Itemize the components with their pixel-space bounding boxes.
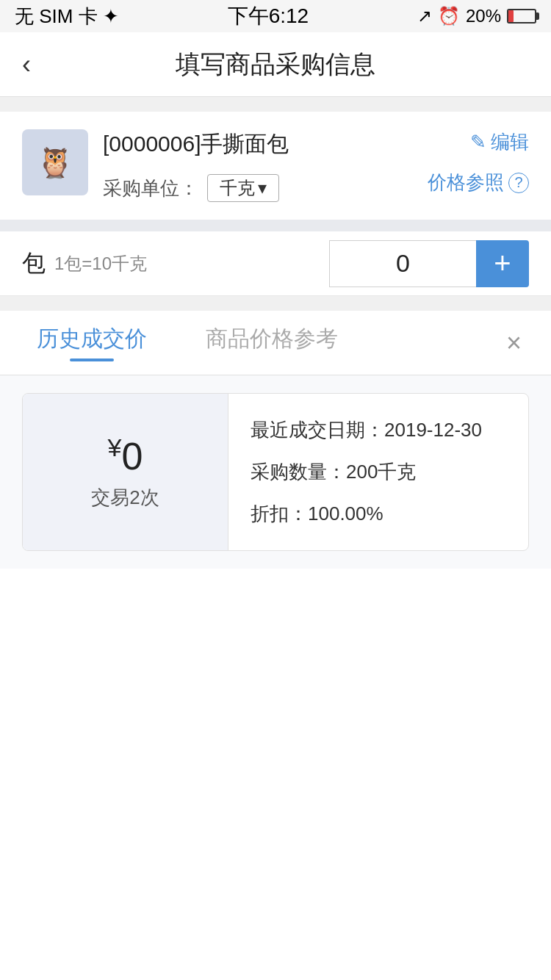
product-name: [0000006]手撕面包	[103, 129, 289, 159]
edit-icon: ✎	[470, 131, 486, 154]
tabs-close-button[interactable]: ×	[499, 320, 529, 366]
price-ref-label: 价格参照	[428, 170, 504, 195]
card-trade-count: 交易2次	[91, 485, 159, 511]
tab-price-ref-label: 商品价格参考	[206, 324, 338, 354]
quantity-unit-char: 包	[22, 248, 46, 280]
location-icon: ↗	[417, 6, 432, 26]
recent-date-row: 最近成交日期：2019-12-30	[251, 416, 506, 444]
page-title: 填写商品采购信息	[176, 48, 375, 82]
discount-row: 折扣：100.00%	[251, 500, 506, 528]
quantity-label-group: 包 1包=10千克	[22, 248, 147, 280]
card-container: ¥0 交易2次 最近成交日期：2019-12-30 采购数量：200千克 折扣：…	[0, 375, 551, 569]
currency-symbol: ¥	[108, 433, 122, 461]
card-left: ¥0 交易2次	[23, 394, 228, 550]
product-section: 🦉 [0000006]手撕面包 采购单位： 千克 ▾ ✎ 编辑 价格参照	[0, 112, 551, 220]
tab-price-ref-underline	[250, 359, 294, 361]
quantity-unit-sub: 1包=10千克	[54, 252, 147, 275]
product-info: [0000006]手撕面包 采购单位： 千克 ▾	[103, 129, 289, 202]
purchase-quantity-row: 采购数量：200千克	[251, 458, 506, 486]
quantity-controls: 0 +	[329, 240, 529, 287]
purchase-quantity-label: 采购数量：	[251, 461, 346, 483]
battery-percent: 20%	[466, 6, 501, 26]
quantity-input[interactable]: 0	[329, 240, 476, 287]
quantity-value: 0	[396, 249, 410, 278]
status-time: 下午6:12	[228, 2, 309, 30]
quantity-plus-button[interactable]: +	[476, 240, 529, 287]
status-right: ↗ ⏰ 20%	[417, 6, 536, 26]
nav-bar: ‹ 填写商品采购信息	[0, 32, 551, 97]
purchase-quantity-value: 200千克	[346, 461, 416, 483]
tab-history-underline	[70, 359, 114, 361]
card-right: 最近成交日期：2019-12-30 采购数量：200千克 折扣：100.00%	[228, 394, 528, 550]
edit-label: 编辑	[491, 129, 529, 155]
product-right: ✎ 编辑 价格参照 ?	[428, 129, 529, 195]
tabs-header: 历史成交价 商品价格参考 ×	[0, 311, 551, 375]
alarm-icon: ⏰	[438, 6, 460, 26]
tab-history-label: 历史成交价	[37, 324, 147, 354]
status-bar: 无 SIM 卡 ✦ 下午6:12 ↗ ⏰ 20%	[0, 0, 551, 32]
unit-selector[interactable]: 千克 ▾	[207, 174, 279, 202]
tabs-section: 历史成交价 商品价格参考 × ¥0 交易2次 最近成交日期：2019-12-30	[0, 311, 551, 569]
recent-date-label: 最近成交日期：	[251, 419, 384, 441]
section-divider	[0, 220, 551, 231]
help-icon: ?	[508, 173, 529, 193]
unit-value: 千克	[220, 176, 255, 200]
unit-label: 采购单位：	[103, 176, 198, 201]
back-button[interactable]: ‹	[22, 51, 31, 78]
price-value: 0	[122, 436, 143, 478]
discount-label: 折扣：	[251, 502, 308, 525]
discount-value: 100.00%	[308, 502, 383, 525]
recent-date-value: 2019-12-30	[384, 419, 482, 441]
bottom-area	[0, 569, 551, 980]
card-price-display: ¥0	[108, 433, 143, 478]
edit-button[interactable]: ✎ 编辑	[470, 129, 529, 155]
dropdown-icon: ▾	[258, 178, 267, 198]
product-logo-icon: 🦉	[37, 145, 73, 180]
price-ref-button[interactable]: 价格参照 ?	[428, 170, 529, 195]
info-card: ¥0 交易2次 最近成交日期：2019-12-30 采购数量：200千克 折扣：…	[22, 393, 529, 551]
status-left: 无 SIM 卡 ✦	[15, 4, 119, 29]
product-left: 🦉 [0000006]手撕面包 采购单位： 千克 ▾	[22, 129, 289, 202]
tab-history-price[interactable]: 历史成交价	[22, 324, 162, 361]
sim-label: 无 SIM 卡 ✦	[15, 4, 119, 29]
product-unit-row: 采购单位： 千克 ▾	[103, 174, 289, 202]
quantity-section: 包 1包=10千克 0 +	[0, 231, 551, 296]
tab-product-price-ref[interactable]: 商品价格参考	[191, 324, 353, 361]
battery-icon	[507, 9, 536, 24]
product-thumbnail: 🦉	[22, 129, 88, 195]
